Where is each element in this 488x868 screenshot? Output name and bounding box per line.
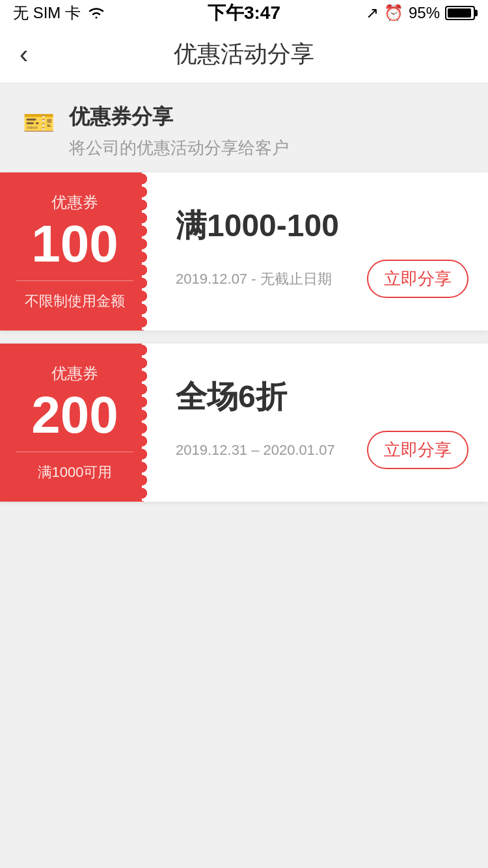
location-icon: ↗ [366,4,379,22]
empty-area [0,534,488,860]
coupon-meta-2: 2019.12.31 – 2020.01.07 立即分享 [176,431,468,469]
section-subtitle: 将公司的优惠活动分享给客户 [69,137,289,159]
coupon-meta-1: 2019.12.07 - 无截止日期 立即分享 [176,260,468,298]
coupon-divider-2 [16,452,133,452]
section-icon: 🎫 [20,103,59,142]
coupon-left-2: 优惠券 200 满1000可用 [0,344,150,502]
section-text: 优惠券分享 将公司的优惠活动分享给客户 [69,103,289,159]
coupon-right-2: 全场6折 2019.12.31 – 2020.01.07 立即分享 [150,344,488,502]
status-right: ↗ ⏰ 95% [366,4,475,22]
coupon-card-2: 优惠券 200 满1000可用 全场6折 2019.12.31 – 2020.0… [0,344,488,502]
coupon-date-1: 2019.12.07 - 无截止日期 [176,269,354,289]
section-header: 🎫 优惠券分享 将公司的优惠活动分享给客户 [0,83,488,172]
section-title: 优惠券分享 [69,103,289,131]
coupon-list: 优惠券 100 不限制使用金额 满1000-100 2019.12.07 - 无… [0,172,488,534]
battery-percent: 95% [409,4,440,22]
coupon-name-2: 全场6折 [176,376,468,418]
status-bar: 无 SIM 卡 下午3:47 ↗ ⏰ 95% [0,0,488,26]
back-icon: ‹ [20,40,28,69]
page-title: 优惠活动分享 [174,38,314,70]
coupon-condition-2: 满1000可用 [38,463,113,482]
coupon-date-2: 2019.12.31 – 2020.01.07 [176,442,354,459]
coupon-left-1: 优惠券 100 不限制使用金额 [0,172,150,331]
wifi-icon [87,6,105,20]
share-button-1[interactable]: 立即分享 [367,260,468,298]
nav-bar: ‹ 优惠活动分享 [0,26,488,83]
status-left: 无 SIM 卡 [13,3,105,23]
back-button[interactable]: ‹ [20,40,28,69]
battery-icon [445,6,475,20]
coupon-divider-1 [16,280,133,281]
share-button-2[interactable]: 立即分享 [367,431,468,469]
coupon-value-1: 100 [31,218,118,270]
coupon-condition-1: 不限制使用金额 [25,292,125,311]
alarm-icon: ⏰ [384,4,403,22]
coupon-label-1: 优惠券 [51,192,98,213]
coupon-value-2: 200 [31,389,118,441]
coupon-name-1: 满1000-100 [176,205,468,247]
coupon-right-1: 满1000-100 2019.12.07 - 无截止日期 立即分享 [150,172,488,331]
coupon-card-1: 优惠券 100 不限制使用金额 满1000-100 2019.12.07 - 无… [0,172,488,331]
coupon-label-2: 优惠券 [51,363,98,384]
carrier-label: 无 SIM 卡 [13,3,81,23]
status-time: 下午3:47 [208,1,280,25]
